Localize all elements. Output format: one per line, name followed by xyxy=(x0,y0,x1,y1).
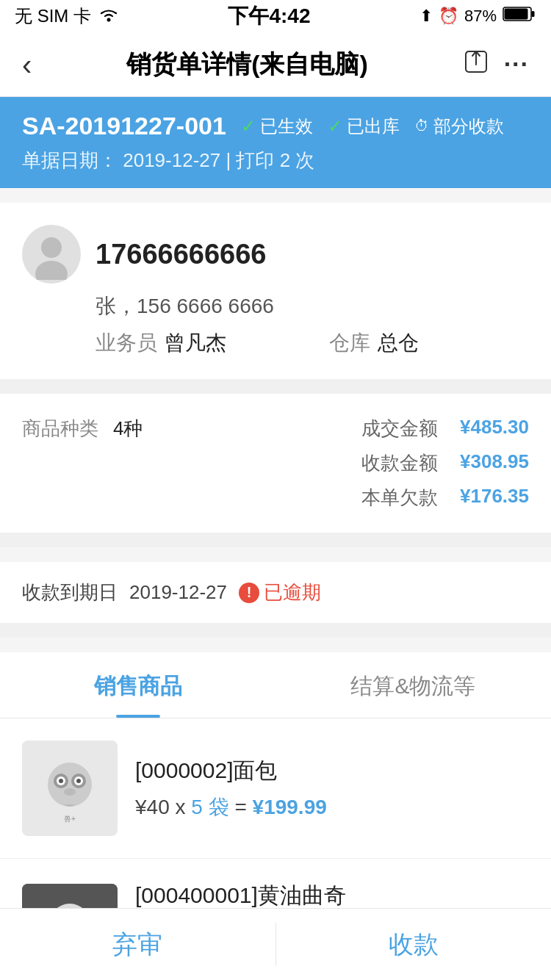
order-date-row: 单据日期： 2019-12-27 | 打印 2 次 xyxy=(22,148,529,173)
product-thumbnail-1: 兽+ xyxy=(22,741,118,836)
product-total-1: ¥199.99 xyxy=(253,796,327,818)
tab-settlement-logistics[interactable]: 结算&物流等 xyxy=(276,652,551,718)
due-date-label: 收款到期日 xyxy=(22,580,118,605)
nav-bar: ‹ 销货单详情(来自电脑) ··· xyxy=(0,32,551,97)
svg-rect-3 xyxy=(504,9,527,20)
product-price-1: ¥40 x 5 袋 = ¥199.99 xyxy=(135,793,529,821)
product-qty-1: 5 xyxy=(191,796,203,818)
bottom-bar: 弃审 收款 xyxy=(0,908,551,980)
divider-1 xyxy=(0,379,551,394)
divider-2 xyxy=(0,533,551,547)
svg-point-13 xyxy=(59,779,63,783)
check-icon-1: ✓ xyxy=(241,116,256,137)
svg-point-15 xyxy=(64,788,76,796)
print-unit: 次 xyxy=(295,149,314,171)
customer-name: 张，156 6666 6666 xyxy=(22,292,529,320)
back-button[interactable]: ‹ xyxy=(22,50,32,79)
svg-point-8 xyxy=(48,763,92,807)
status-bar: 无 SIM 卡 下午4:42 ⬆ ⏰ 87% xyxy=(0,0,551,32)
overdue-badge: ! 已逾期 xyxy=(239,580,321,605)
product-name-2: [000400001]黄油曲奇 xyxy=(135,881,529,911)
location-icon: ⬆ xyxy=(419,7,433,26)
svg-text:兽+: 兽+ xyxy=(64,815,76,823)
type-count: 4种 xyxy=(113,416,143,442)
status-right: ⬆ ⏰ 87% xyxy=(419,6,536,26)
status-partial: ⏱ 部分收款 xyxy=(414,115,504,138)
check-icon-2: ✓ xyxy=(328,116,342,137)
date-label: 单据日期： xyxy=(22,149,118,171)
more-icon[interactable]: ··· xyxy=(504,50,529,79)
warehouse-name: 总仓 xyxy=(378,329,419,357)
overdue-icon: ! xyxy=(239,583,259,603)
svg-rect-2 xyxy=(531,11,534,17)
debt-amount-label: 本单欠款 xyxy=(361,485,438,511)
customer-phone: 17666666666 xyxy=(96,239,266,270)
tabs-section: 销售商品 结算&物流等 xyxy=(0,652,551,718)
confirm-button[interactable]: 收款 xyxy=(276,909,552,980)
print-count: 2 xyxy=(280,149,290,171)
summary-section: 商品种类 4种 成交金额 ¥485.30 收款金额 ¥308.95 本单欠款 ¥… xyxy=(0,394,551,533)
svg-point-14 xyxy=(76,779,81,783)
type-label: 商品种类 xyxy=(22,416,98,442)
clock-icon: ⏱ xyxy=(414,118,429,134)
cancel-button[interactable]: 弃审 xyxy=(0,909,276,980)
header-banner: SA-20191227-001 ✓ 已生效 ✓ 已出库 ⏱ 部分收款 单据日期：… xyxy=(0,97,551,188)
order-date: 2019-12-27 xyxy=(123,149,220,171)
print-label: 打印 xyxy=(236,149,274,171)
customer-section: 17666666666 张，156 6666 6666 业务员 曾凡杰 仓库 总… xyxy=(0,203,551,379)
received-amount: ¥308.95 xyxy=(460,450,529,476)
alarm-icon: ⏰ xyxy=(439,7,458,26)
nav-icons: ··· xyxy=(463,48,529,80)
page-title: 销货单详情(来自电脑) xyxy=(126,48,368,82)
received-amount-label: 收款金额 xyxy=(361,450,438,476)
overdue-text: 已逾期 xyxy=(264,580,321,605)
status-left: 无 SIM 卡 xyxy=(15,4,119,28)
sales-label: 业务员 xyxy=(96,329,157,357)
customer-avatar xyxy=(22,225,81,284)
due-date: 2019-12-27 xyxy=(129,581,227,604)
svg-point-6 xyxy=(41,237,62,258)
battery-icon xyxy=(503,6,536,26)
status-shipped: ✓ 已出库 xyxy=(328,115,400,138)
status-effected: ✓ 已生效 xyxy=(241,115,313,138)
list-item: 兽+ [0000002]面包 ¥40 x 5 袋 = ¥199.99 xyxy=(0,718,551,859)
product-info-1: [0000002]面包 ¥40 x 5 袋 = ¥199.99 xyxy=(135,756,529,821)
deal-amount-label: 成交金额 xyxy=(361,416,438,442)
wifi-icon xyxy=(98,6,119,26)
carrier-text: 无 SIM 卡 xyxy=(15,4,91,28)
share-icon[interactable] xyxy=(463,48,489,80)
separator: | xyxy=(226,149,236,171)
battery-text: 87% xyxy=(464,7,497,26)
due-section: 收款到期日 2019-12-27 ! 已逾期 xyxy=(0,562,551,623)
debt-amount: ¥176.35 xyxy=(460,485,529,511)
time-text: 下午4:42 xyxy=(228,2,310,30)
svg-point-0 xyxy=(107,18,111,22)
product-name-1: [0000002]面包 xyxy=(135,756,529,786)
customer-meta: 业务员 曾凡杰 仓库 总仓 xyxy=(22,329,529,357)
warehouse-label: 仓库 xyxy=(329,329,370,357)
tab-sales-products[interactable]: 销售商品 xyxy=(0,652,276,718)
divider-3 xyxy=(0,623,551,638)
order-id: SA-20191227-001 xyxy=(22,112,226,140)
deal-amount: ¥485.30 xyxy=(460,416,529,442)
sales-name: 曾凡杰 xyxy=(165,329,226,357)
